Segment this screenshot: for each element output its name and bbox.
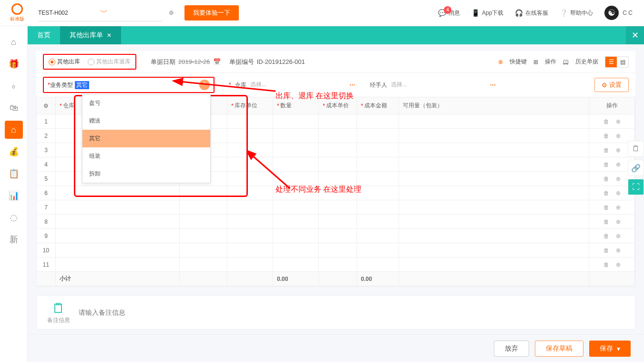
close-all-tabs[interactable]: ✕ — [626, 26, 644, 44]
radio-outbound-return[interactable]: 其他出库退库 — [88, 58, 131, 66]
history-link[interactable]: 历史单据 — [575, 58, 598, 66]
add-icon[interactable]: ⊕ — [616, 118, 621, 125]
delete-icon[interactable]: 🗑 — [603, 261, 609, 268]
row-index: 3 — [37, 143, 56, 157]
delete-icon[interactable]: 🗑 — [603, 176, 609, 182]
subtotal-amount: 0.00 — [357, 272, 399, 286]
footer-actions: 放弃 保存草稿 保存 ▾ — [28, 334, 644, 362]
radio-outbound[interactable]: 其他出库 — [49, 58, 80, 66]
user-name: C C — [623, 10, 633, 16]
rail-link-icon[interactable]: 🔗 — [628, 160, 644, 176]
save-button[interactable]: 保存 ▾ — [589, 341, 631, 357]
more-icon[interactable]: ⋯ — [349, 82, 356, 88]
delete-icon[interactable]: 🗑 — [603, 233, 609, 239]
view-list[interactable]: ☰ — [605, 57, 617, 67]
col-qty: *数量 — [273, 97, 319, 114]
sidebar-report-icon[interactable]: 📊 — [5, 186, 23, 205]
table-row[interactable]: 6🗑⊕ — [37, 186, 635, 200]
tenant-select[interactable]: TEST-H002 ﹀ — [38, 4, 162, 21]
shortcut-link[interactable]: 快捷键 — [510, 58, 527, 66]
tenant-name: TEST-H002 — [38, 10, 100, 16]
delete-icon[interactable]: 🗑 — [603, 161, 609, 168]
sidebar-clipboard-icon[interactable]: 📋 — [5, 165, 23, 183]
delete-icon[interactable]: 🗑 — [603, 118, 609, 125]
table-row[interactable]: 7🗑⊕ — [37, 200, 635, 215]
rail-note-icon[interactable]: 🗒 — [628, 141, 644, 157]
col-settings[interactable]: ⚙ — [37, 97, 56, 114]
filter-row: * 业务类型 其它 ˄ 盘亏 赠送 其它 组装 拆卸 *仓库 — [36, 73, 635, 97]
sidebar-money-icon[interactable]: 💰 — [5, 143, 23, 161]
help-icon: ❔ — [560, 9, 568, 17]
trial-button[interactable]: 我要体验一下 — [184, 5, 239, 21]
add-icon[interactable]: ⊕ — [616, 133, 621, 139]
doc-no-label: 单据编号 — [229, 58, 254, 66]
delete-icon[interactable]: 🗑 — [603, 218, 609, 225]
row-index: 1 — [37, 114, 56, 128]
business-type-select[interactable]: * 业务类型 其它 ˄ 盘亏 赠送 其它 组装 拆卸 — [43, 77, 215, 93]
calendar-icon[interactable]: 📅 — [213, 58, 221, 65]
tab-home[interactable]: 首页 — [28, 26, 60, 44]
sidebar-bag-icon[interactable]: 🛍 — [5, 99, 23, 117]
warehouse-select[interactable]: *仓库 选择... ⋯ — [229, 81, 356, 89]
sidebar-new-icon[interactable]: 新 — [5, 230, 23, 248]
radio-dot-icon — [49, 59, 55, 65]
delete-icon[interactable]: 🗑 — [603, 204, 609, 211]
dropdown-option[interactable]: 赠送 — [82, 112, 210, 130]
sidebar-refresh-icon[interactable]: ◌ — [5, 208, 23, 227]
add-icon[interactable]: ⊕ — [616, 190, 621, 197]
delete-icon[interactable]: 🗑 — [603, 190, 609, 197]
add-icon[interactable]: ⊕ — [616, 247, 621, 254]
col-amount: *成本金额 — [357, 97, 399, 114]
add-icon[interactable]: ⊕ — [616, 204, 621, 211]
headset-icon: 🎧 — [515, 9, 523, 17]
main-area: 首页 其他出库单 ✕ ✕ 其他出库 其他 — [28, 26, 644, 362]
add-icon[interactable]: ⊕ — [616, 218, 621, 225]
settings-button[interactable]: ⚙ 设置 — [594, 78, 629, 92]
delete-icon[interactable]: 🗑 — [603, 133, 609, 139]
user-menu[interactable]: ☯ C C — [604, 6, 633, 20]
row-index: 6 — [37, 186, 56, 200]
dropdown-option[interactable]: 盘亏 — [82, 94, 210, 112]
help-link[interactable]: ❔ 帮助中心 — [560, 9, 593, 17]
biz-type-dropdown: 盘亏 赠送 其它 组装 拆卸 — [82, 94, 211, 183]
messages-link[interactable]: 💬 消息 4 — [438, 9, 460, 17]
table-row[interactable]: 10🗑⊕ — [37, 243, 635, 258]
rail-expand-icon[interactable]: ⛶ — [628, 179, 644, 195]
table-row[interactable]: 11🗑⊕ — [37, 258, 635, 272]
add-icon[interactable]: ⊕ — [616, 261, 621, 268]
close-icon[interactable]: ✕ — [107, 32, 112, 39]
tab-other-outbound[interactable]: 其他出库单 ✕ — [60, 26, 121, 44]
dropdown-option-selected[interactable]: 其它 — [82, 130, 210, 147]
dropdown-option[interactable]: 拆卸 — [82, 165, 210, 183]
save-draft-button[interactable]: 保存草稿 — [535, 341, 583, 357]
gear-icon[interactable]: ⚙ — [169, 10, 174, 16]
more-icon[interactable]: ⋯ — [490, 82, 496, 88]
sidebar-home-icon[interactable]: ⌂ — [5, 33, 23, 51]
row-index: 8 — [37, 215, 56, 228]
table-row[interactable]: 9🗑⊕ — [37, 229, 635, 243]
delete-icon[interactable]: 🗑 — [603, 247, 609, 254]
doc-date-value[interactable]: 2019-12-26 — [178, 58, 210, 65]
sidebar-warehouse-icon[interactable]: ⌂ — [5, 121, 23, 139]
operate-link[interactable]: 操作 — [545, 58, 556, 66]
table-row[interactable]: 8🗑⊕ — [37, 215, 635, 229]
doc-date-label: 单据日期 — [151, 58, 175, 66]
outbound-type-radio-group: 其他出库 其他出库退库 — [43, 54, 136, 70]
remark-input[interactable] — [79, 309, 624, 316]
handler-select[interactable]: 经手人 选择... ⋯ — [370, 81, 496, 89]
discard-button[interactable]: 放弃 — [494, 341, 529, 357]
add-icon[interactable]: ⊕ — [616, 176, 621, 182]
add-icon[interactable]: ⊕ — [616, 233, 621, 239]
sidebar-gift-icon[interactable]: 🎁 — [5, 55, 23, 73]
sidebar-tag-icon[interactable]: ⬨ — [5, 77, 23, 95]
view-grid[interactable]: ▤ — [617, 57, 628, 67]
grid-icon: ⊞ — [533, 59, 538, 65]
dropdown-option[interactable]: 组装 — [82, 147, 210, 165]
app-download-link[interactable]: 📱 App下载 — [471, 9, 503, 17]
add-icon[interactable]: ⊕ — [616, 161, 621, 168]
delete-icon[interactable]: 🗑 — [603, 147, 609, 154]
chevron-down-icon: ▾ — [617, 345, 620, 352]
service-link[interactable]: 🎧 在线客服 — [515, 9, 548, 17]
chevron-up-icon: ˄ — [199, 80, 210, 90]
add-icon[interactable]: ⊕ — [616, 147, 621, 154]
